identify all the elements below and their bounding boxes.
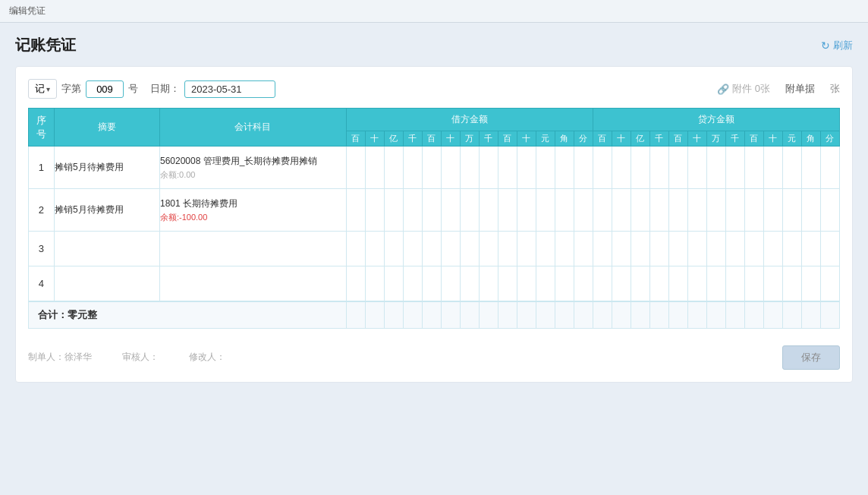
- debit-digit-1-7[interactable]: [479, 147, 498, 189]
- row-summary-2[interactable]: 摊销5月待摊费用: [54, 189, 159, 232]
- debit-digit-3-9[interactable]: [517, 232, 536, 266]
- credit-digit-4-3[interactable]: [649, 266, 668, 301]
- debit-digit-3-0[interactable]: [346, 232, 365, 266]
- debit-digit-2-3[interactable]: [403, 189, 422, 232]
- debit-digit-3-5[interactable]: [441, 232, 460, 266]
- credit-digit-2-0[interactable]: [593, 189, 612, 232]
- credit-digit-4-7[interactable]: [725, 266, 744, 301]
- debit-digit-2-0[interactable]: [346, 189, 365, 232]
- row-account-2[interactable]: 1801 长期待摊费用余额:-100.00: [159, 189, 346, 232]
- credit-digit-4-10[interactable]: [782, 266, 801, 301]
- credit-digit-3-12[interactable]: [820, 232, 839, 266]
- row-account-3[interactable]: [159, 232, 346, 266]
- save-button[interactable]: 保存: [782, 345, 840, 370]
- row-summary-1[interactable]: 摊销5月待摊费用: [54, 147, 159, 189]
- debit-digit-4-9[interactable]: [517, 266, 536, 301]
- credit-digit-4-5[interactable]: [687, 266, 706, 301]
- debit-digit-1-4[interactable]: [422, 147, 441, 189]
- debit-digit-2-2[interactable]: [384, 189, 403, 232]
- credit-digit-1-1[interactable]: [612, 147, 631, 189]
- credit-digit-3-9[interactable]: [763, 232, 782, 266]
- credit-digit-3-11[interactable]: [801, 232, 820, 266]
- type-dropdown[interactable]: 记 ▾: [28, 79, 57, 99]
- credit-digit-2-8[interactable]: [744, 189, 763, 232]
- debit-digit-4-5[interactable]: [441, 266, 460, 301]
- credit-digit-3-6[interactable]: [706, 232, 725, 266]
- credit-digit-4-8[interactable]: [744, 266, 763, 301]
- debit-digit-3-4[interactable]: [422, 232, 441, 266]
- credit-digit-3-2[interactable]: [631, 232, 649, 266]
- debit-digit-4-10[interactable]: [536, 266, 555, 301]
- credit-digit-2-11[interactable]: [801, 189, 820, 232]
- credit-digit-4-11[interactable]: [801, 266, 820, 301]
- debit-digit-2-5[interactable]: [441, 189, 460, 232]
- credit-digit-1-8[interactable]: [744, 147, 763, 189]
- credit-digit-2-5[interactable]: [687, 189, 706, 232]
- row-summary-4[interactable]: [54, 266, 159, 301]
- credit-digit-2-1[interactable]: [612, 189, 631, 232]
- debit-digit-3-3[interactable]: [403, 232, 422, 266]
- date-input[interactable]: [184, 80, 275, 98]
- debit-digit-4-1[interactable]: [365, 266, 384, 301]
- credit-digit-3-0[interactable]: [593, 232, 612, 266]
- debit-digit-2-9[interactable]: [517, 189, 536, 232]
- credit-digit-1-10[interactable]: [782, 147, 801, 189]
- credit-digit-2-9[interactable]: [763, 189, 782, 232]
- debit-digit-3-8[interactable]: [498, 232, 517, 266]
- debit-digit-2-4[interactable]: [422, 189, 441, 232]
- debit-digit-1-3[interactable]: [403, 147, 422, 189]
- credit-digit-1-0[interactable]: [593, 147, 612, 189]
- credit-digit-1-4[interactable]: [668, 147, 687, 189]
- debit-digit-4-8[interactable]: [498, 266, 517, 301]
- debit-digit-1-5[interactable]: [441, 147, 460, 189]
- table-row[interactable]: 4: [29, 266, 840, 301]
- credit-digit-2-4[interactable]: [668, 189, 687, 232]
- debit-digit-3-12[interactable]: [574, 232, 593, 266]
- debit-digit-1-10[interactable]: [536, 147, 555, 189]
- credit-digit-3-5[interactable]: [687, 232, 706, 266]
- debit-digit-3-11[interactable]: [555, 232, 574, 266]
- credit-digit-4-2[interactable]: [631, 266, 649, 301]
- credit-digit-1-2[interactable]: [631, 147, 649, 189]
- debit-digit-1-8[interactable]: [498, 147, 517, 189]
- table-row[interactable]: 2摊销5月待摊费用1801 长期待摊费用余额:-100.00: [29, 189, 840, 232]
- debit-digit-2-7[interactable]: [479, 189, 498, 232]
- table-row[interactable]: 3: [29, 232, 840, 266]
- debit-digit-4-2[interactable]: [384, 266, 403, 301]
- debit-digit-1-9[interactable]: [517, 147, 536, 189]
- credit-digit-4-12[interactable]: [820, 266, 839, 301]
- debit-digit-4-0[interactable]: [346, 266, 365, 301]
- debit-digit-4-11[interactable]: [555, 266, 574, 301]
- debit-digit-3-2[interactable]: [384, 232, 403, 266]
- credit-digit-4-4[interactable]: [668, 266, 687, 301]
- debit-digit-4-7[interactable]: [479, 266, 498, 301]
- debit-digit-1-1[interactable]: [365, 147, 384, 189]
- credit-digit-4-1[interactable]: [612, 266, 631, 301]
- debit-digit-1-6[interactable]: [460, 147, 479, 189]
- credit-digit-2-3[interactable]: [649, 189, 668, 232]
- credit-digit-1-5[interactable]: [687, 147, 706, 189]
- credit-digit-3-7[interactable]: [725, 232, 744, 266]
- row-account-4[interactable]: [159, 266, 346, 301]
- credit-digit-2-12[interactable]: [820, 189, 839, 232]
- refresh-button[interactable]: ↻ 刷新: [821, 39, 853, 52]
- credit-digit-1-12[interactable]: [820, 147, 839, 189]
- credit-digit-3-8[interactable]: [744, 232, 763, 266]
- credit-digit-3-10[interactable]: [782, 232, 801, 266]
- debit-digit-4-3[interactable]: [403, 266, 422, 301]
- row-account-1[interactable]: 56020008 管理费用_长期待摊费用摊销余额:0.00: [159, 147, 346, 189]
- debit-digit-2-6[interactable]: [460, 189, 479, 232]
- debit-digit-3-7[interactable]: [479, 232, 498, 266]
- debit-digit-4-6[interactable]: [460, 266, 479, 301]
- credit-digit-1-3[interactable]: [649, 147, 668, 189]
- credit-digit-2-6[interactable]: [706, 189, 725, 232]
- credit-digit-3-4[interactable]: [668, 232, 687, 266]
- debit-digit-2-8[interactable]: [498, 189, 517, 232]
- credit-digit-1-9[interactable]: [763, 147, 782, 189]
- debit-digit-1-11[interactable]: [555, 147, 574, 189]
- debit-digit-2-12[interactable]: [574, 189, 593, 232]
- credit-digit-4-0[interactable]: [593, 266, 612, 301]
- credit-digit-3-3[interactable]: [649, 232, 668, 266]
- debit-digit-4-4[interactable]: [422, 266, 441, 301]
- credit-digit-1-6[interactable]: [706, 147, 725, 189]
